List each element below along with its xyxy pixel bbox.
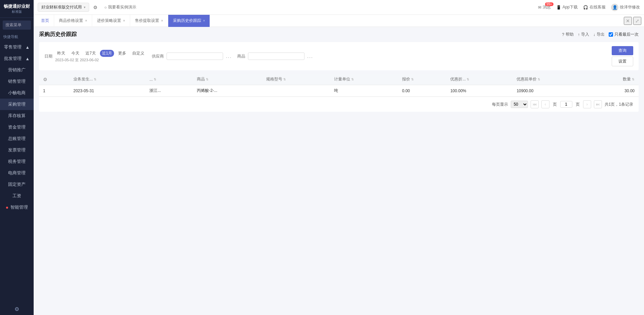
- sidebar-item-inventory[interactable]: 库存核算: [0, 110, 34, 121]
- sidebar: 畅捷通好业财 标准版 搜索菜单 快捷导航 零售管理 ▲ 批发管理 ▲ 营销推广 …: [0, 0, 34, 315]
- tab-close-purchase-strategy[interactable]: ×: [123, 19, 125, 23]
- date-opt-1month[interactable]: 近1月: [100, 50, 114, 57]
- tab-resize-controls: ✕ ⤢: [624, 17, 641, 25]
- topbar-gear-icon[interactable]: ⚙: [92, 3, 99, 11]
- sort-icon-business-date: ⇅: [94, 78, 97, 81]
- sidebar-item-retail[interactable]: 零售管理 ▲: [0, 41, 34, 53]
- tab-close-all-button[interactable]: ✕: [624, 17, 632, 25]
- table-header-row: ⚙ 业务发生... ⇅ ... ⇅: [39, 74, 639, 85]
- data-table: ⚙ 业务发生... ⇅ ... ⇅: [39, 74, 639, 97]
- supplier-input[interactable]: [167, 53, 223, 60]
- goods-dots-button[interactable]: ...: [307, 54, 313, 59]
- sidebar-item-ecommerce[interactable]: 电商管理: [0, 167, 34, 179]
- goods-input[interactable]: [248, 53, 305, 60]
- tab-close-sale-price[interactable]: ×: [161, 19, 163, 23]
- date-opt-more[interactable]: 更多: [116, 50, 128, 57]
- demo-icon: ○: [104, 5, 107, 10]
- cell-unit: 吨: [330, 85, 398, 97]
- date-options: 昨天 今天 近7天 近1月 更多 自定义: [55, 50, 146, 57]
- page-word2: 页: [576, 102, 580, 107]
- sort-icon-dots: ⇅: [154, 78, 156, 81]
- th-price[interactable]: 报价 ⇅: [398, 74, 446, 85]
- page-prev-button[interactable]: ‹: [541, 100, 549, 108]
- sidebar-item-payroll[interactable]: 工资: [0, 190, 34, 202]
- page-next-button[interactable]: ›: [583, 100, 591, 108]
- chevron-down-icon: ▾: [84, 5, 85, 9]
- sidebar-item-tax[interactable]: 税务管理: [0, 156, 34, 167]
- filter-actions: 查询 设置: [612, 46, 633, 66]
- tab-purchase-strategy[interactable]: 进价策略设置 ×: [92, 15, 130, 27]
- th-dots[interactable]: ... ⇅: [145, 74, 193, 85]
- sort-icon-spec: ⇅: [283, 78, 286, 81]
- cell-discount: 100.00%: [446, 85, 512, 97]
- cell-business-date: 2023-05-31: [69, 85, 145, 97]
- tab-goods-price[interactable]: 商品价格设置 ×: [54, 15, 92, 27]
- sidebar-quick-nav[interactable]: 快捷导航: [0, 32, 34, 41]
- th-discount[interactable]: 优惠折... ⇅: [446, 74, 512, 85]
- page-number-input[interactable]: [560, 101, 572, 108]
- date-label: 日期: [44, 54, 52, 59]
- date-opt-7days[interactable]: 近7天: [83, 50, 98, 57]
- table-row: 1 2023-05-31 浙江... 丙烯酸-2-... 吨 0.00 100.…: [39, 85, 639, 97]
- topbar: 好业财标准版交付试用 ▾ ⚙ ○ 我要看实例演示 ✉ 消息 99+ 📱 App下…: [34, 0, 644, 15]
- sidebar-gear-icon[interactable]: ⚙: [14, 306, 19, 312]
- main-area: 好业财标准版交付试用 ▾ ⚙ ○ 我要看实例演示 ✉ 消息 99+ 📱 App下…: [34, 0, 644, 315]
- version-selector[interactable]: 好业财标准版交付试用 ▾: [38, 3, 89, 12]
- sidebar-item-fixed-assets[interactable]: 固定资产: [0, 179, 34, 190]
- th-goods[interactable]: 商品 ⇅: [193, 74, 262, 85]
- date-opt-yesterday[interactable]: 昨天: [55, 50, 67, 57]
- table-gear-icon[interactable]: ⚙: [43, 77, 47, 82]
- sidebar-item-ecommerce-small[interactable]: 小畅电商: [0, 87, 34, 99]
- sidebar-item-invoice[interactable]: 发票管理: [0, 144, 34, 156]
- th-pre-discount-price[interactable]: 优惠前单价 ⇅: [512, 74, 590, 85]
- per-page-label: 每页显示: [492, 102, 508, 107]
- help-icon: ?: [562, 32, 564, 37]
- sidebar-item-wholesale[interactable]: 批发管理 ▲: [0, 53, 34, 64]
- page-content: 采购历史价跟踪 ? 帮助 ↑ 导入 ↓ 导出 只看最后一次: [34, 27, 644, 315]
- date-filter-item: 日期 昨天 今天 近7天 近1月 更多 自定义 2023-05-02 至 202…: [44, 50, 146, 63]
- import-button[interactable]: ↑ 导入: [578, 32, 589, 37]
- query-button[interactable]: 查询: [612, 46, 633, 55]
- version-selector-text: 好业财标准版交付试用: [41, 4, 82, 10]
- date-opt-custom[interactable]: 自定义: [130, 50, 146, 57]
- online-service-button[interactable]: 🎧 在线客服: [583, 4, 606, 10]
- sidebar-item-ledger[interactable]: 总账管理: [0, 133, 34, 144]
- th-spec[interactable]: 规格型号 ⇅: [262, 74, 330, 85]
- search-menu-button[interactable]: 搜索菜单: [3, 21, 31, 30]
- demo-button[interactable]: ○ 我要看实例演示: [104, 4, 136, 10]
- sidebar-item-marketing[interactable]: 营销推广: [0, 64, 34, 76]
- tab-home[interactable]: 首页: [36, 15, 54, 27]
- sort-icon-goods: ⇅: [206, 78, 209, 81]
- goods-label: 商品: [237, 54, 245, 59]
- messages-button[interactable]: ✉ 消息 99+: [538, 4, 551, 10]
- app-download-button[interactable]: 📱 App下载: [556, 4, 578, 10]
- th-quantity[interactable]: 数量 ⇅: [590, 74, 639, 85]
- date-opt-today[interactable]: 今天: [69, 50, 81, 57]
- tab-close-goods-price[interactable]: ×: [85, 19, 87, 23]
- th-business-date[interactable]: 业务发生... ⇅: [69, 74, 145, 85]
- date-options-wrapper: 昨天 今天 近7天 近1月 更多 自定义 2023-05-02 至 2023-0…: [55, 50, 146, 63]
- page-first-button[interactable]: ⏮: [531, 100, 539, 108]
- tab-expand-button[interactable]: ⤢: [633, 17, 641, 25]
- user-menu[interactable]: 👤 徐泽华修改: [611, 4, 640, 11]
- filter-settings-button[interactable]: 设置: [612, 57, 633, 66]
- cell-goods: 丙烯酸-2-...: [193, 85, 262, 97]
- tab-sale-price[interactable]: 售价提取设置 ×: [130, 15, 168, 27]
- supplier-dots-button[interactable]: ...: [226, 54, 232, 59]
- th-gear: ⚙: [39, 74, 69, 85]
- cell-dots: 浙江...: [145, 85, 193, 97]
- sidebar-search-area: 搜索菜单: [0, 18, 34, 32]
- logo-line1: 畅捷通好业财: [4, 3, 30, 9]
- export-button[interactable]: ↓ 导出: [593, 32, 605, 37]
- sidebar-item-sales[interactable]: 销售管理: [0, 76, 34, 87]
- help-button[interactable]: ? 帮助: [562, 32, 574, 37]
- per-page-select[interactable]: 50 100 200: [511, 101, 528, 108]
- only-last-checkbox[interactable]: [609, 32, 613, 37]
- tab-close-purchase-history[interactable]: ×: [203, 19, 205, 23]
- page-last-button[interactable]: ⏭: [594, 100, 602, 108]
- tab-purchase-history[interactable]: 采购历史价跟踪 ×: [168, 15, 210, 27]
- sidebar-item-purchase[interactable]: 采购管理: [0, 99, 34, 110]
- sidebar-item-finance[interactable]: 资金管理: [0, 121, 34, 133]
- th-unit[interactable]: 计量单位 ⇅: [330, 74, 398, 85]
- sidebar-item-smart[interactable]: ● 智能管理: [0, 202, 34, 213]
